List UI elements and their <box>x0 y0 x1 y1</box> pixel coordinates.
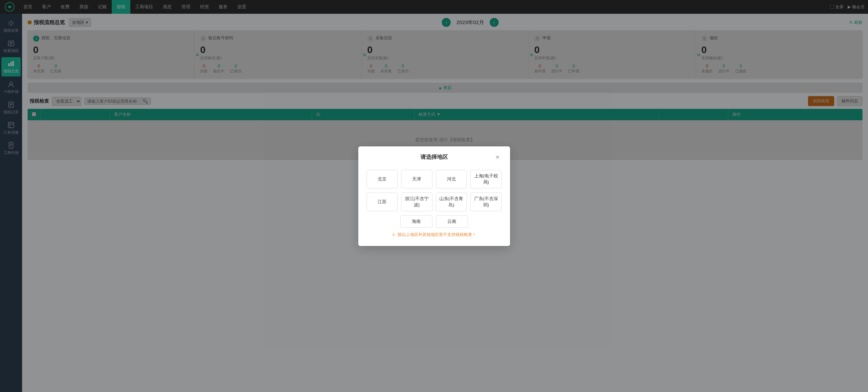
region-yunnan[interactable]: 云南 <box>436 215 468 228</box>
modal-body: 北京 天津 河北 上海(电子税局) 江苏 浙江(不含宁波) 山东(不含青岛) 广… <box>358 167 510 246</box>
warning-icon: ⚠ <box>392 232 396 237</box>
modal-warning: ⚠ 除以上地区外其他地区暂不支持报税检查！ <box>367 232 502 238</box>
region-grid-row2: 江苏 浙江(不含宁波) 山东(不含青岛) 广东(不含深圳) <box>367 193 502 211</box>
region-jiangsu[interactable]: 江苏 <box>367 193 398 211</box>
region-hainan[interactable]: 海南 <box>400 215 432 228</box>
region-select-modal: 请选择地区 ✕ 北京 天津 河北 上海(电子税局) 江苏 浙江(不含宁波) 山东… <box>358 146 510 246</box>
modal-close-btn[interactable]: ✕ <box>493 153 502 162</box>
region-beijing[interactable]: 北京 <box>367 170 398 188</box>
region-shandong[interactable]: 山东(不含青岛) <box>436 193 467 211</box>
region-tianjin[interactable]: 天津 <box>401 170 432 188</box>
region-shanghai[interactable]: 上海(电子税局) <box>470 170 502 188</box>
modal-overlay: 请选择地区 ✕ 北京 天津 河北 上海(电子税局) 江苏 浙江(不含宁波) 山东… <box>0 0 868 392</box>
region-grid-row3: 海南 云南 <box>400 215 468 228</box>
modal-header: 请选择地区 ✕ <box>358 146 510 167</box>
region-hebei[interactable]: 河北 <box>436 170 467 188</box>
region-guangdong[interactable]: 广东(不含深圳) <box>470 193 502 211</box>
region-zhejiang[interactable]: 浙江(不含宁波) <box>401 193 432 211</box>
region-grid-row1: 北京 天津 河北 上海(电子税局) <box>367 170 502 188</box>
modal-title: 请选择地区 <box>375 154 493 161</box>
